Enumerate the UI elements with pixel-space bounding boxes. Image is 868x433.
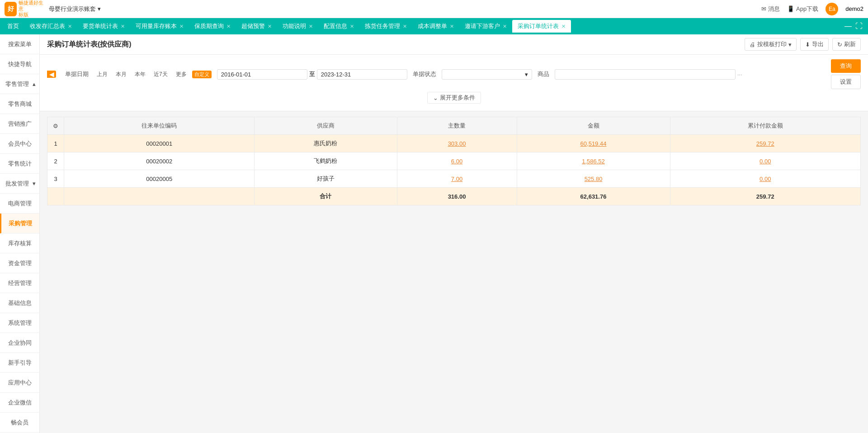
sidebar-item-marketing[interactable]: 营销推广 bbox=[0, 114, 39, 134]
sidebar-item-retail-stats[interactable]: 零售统计 bbox=[0, 154, 39, 174]
close-icon[interactable]: ✕ bbox=[503, 24, 507, 29]
close-icon[interactable]: ✕ bbox=[68, 24, 72, 29]
status-select[interactable]: ▾ bbox=[442, 69, 532, 80]
tab-chengben[interactable]: 成本调整单 ✕ bbox=[412, 20, 459, 33]
avatar[interactable]: Ea bbox=[826, 3, 838, 15]
date-btn-last-month[interactable]: 上月 bbox=[94, 70, 110, 79]
sidebar-item-newguide[interactable]: 新手引导 bbox=[0, 353, 39, 373]
sidebar-item-ecommerce[interactable]: 电商管理 bbox=[0, 194, 39, 214]
date-btn-this-month[interactable]: 本月 bbox=[113, 70, 129, 79]
export-icon: ⬇ bbox=[805, 41, 810, 48]
message-button[interactable]: ✉ 消息 bbox=[761, 5, 780, 13]
settings-icon[interactable]: ⚙ bbox=[53, 123, 58, 129]
date-from-input[interactable] bbox=[217, 69, 307, 80]
chevron-down-icon: ▾ bbox=[788, 41, 792, 48]
table-footer-row: 合计 316.00 62,631.76 259.72 bbox=[47, 188, 861, 205]
expand-more-button[interactable]: ⌄ 展开更多条件 bbox=[427, 92, 481, 104]
tab-keyongliang[interactable]: 可用量库存账本 ✕ bbox=[130, 20, 189, 33]
close-icon[interactable]: ✕ bbox=[309, 24, 313, 29]
footer-amount: 62,631.76 bbox=[517, 188, 670, 205]
row-qty[interactable]: 6.00 bbox=[397, 152, 517, 170]
goods-input[interactable] bbox=[555, 69, 736, 80]
sidebar-item-wholesale[interactable]: 批发管理 ▾ bbox=[0, 174, 39, 194]
logo-area: 好 畅捷通好生意 标版 bbox=[5, 0, 44, 18]
row-qty[interactable]: 7.00 bbox=[397, 170, 517, 188]
date-to-input[interactable] bbox=[317, 69, 407, 80]
row-qty[interactable]: 303.00 bbox=[397, 135, 517, 152]
app-download-button[interactable]: 📱 App下载 bbox=[787, 5, 818, 13]
sidebar-item-retail-shop[interactable]: 零售商城 bbox=[0, 94, 39, 114]
sidebar-item-business[interactable]: 经营管理 bbox=[0, 273, 39, 293]
username-label: demo2 bbox=[845, 5, 863, 12]
tab-gongneng[interactable]: 功能说明 ✕ bbox=[277, 20, 318, 33]
maximize-icon[interactable]: ⛶ bbox=[855, 22, 863, 30]
close-icon[interactable]: ✕ bbox=[350, 24, 354, 29]
tab-chaochu[interactable]: 超储预警 ✕ bbox=[236, 20, 277, 33]
date-btn-this-year[interactable]: 本年 bbox=[132, 70, 148, 79]
sidebar-item-member[interactable]: 会员中心 bbox=[0, 134, 39, 154]
tab-yaohuo[interactable]: 要货单统计表 ✕ bbox=[77, 20, 130, 33]
logo-icon: 好 bbox=[5, 2, 17, 16]
sidebar-item-enterprise[interactable]: 企业协同 bbox=[0, 333, 39, 353]
filter-row-1: ◀ 单据日期 上月 本月 本年 近7天 更多 自定义 至 单据状态 bbox=[47, 59, 861, 89]
tab-peizhi[interactable]: 配置信息 ✕ bbox=[318, 20, 359, 33]
filter-toggle-icon[interactable]: ◀ bbox=[47, 71, 56, 78]
company-selector[interactable]: 母婴行业演示账套 ▾ bbox=[49, 5, 103, 13]
row-paid[interactable]: 0.00 bbox=[670, 152, 861, 170]
sidebar-item-inventory[interactable]: 库存核算 bbox=[0, 233, 39, 253]
close-icon[interactable]: ✕ bbox=[121, 24, 125, 29]
tab-jianhuo[interactable]: 拣货任务管理 ✕ bbox=[359, 20, 412, 33]
sidebar-item-system[interactable]: 系统管理 bbox=[0, 313, 39, 333]
tab-baozhi[interactable]: 保质期查询 ✕ bbox=[189, 20, 236, 33]
tab-yaoqing[interactable]: 邀请下游客户 ✕ bbox=[459, 20, 512, 33]
table-row: 1 00020001 惠氏奶粉 303.00 60,519.44 259.72 bbox=[47, 135, 861, 152]
refresh-button[interactable]: ↻ 刷新 bbox=[832, 38, 861, 51]
setting-button[interactable]: 设置 bbox=[831, 75, 861, 89]
th-supplier: 供应商 bbox=[255, 117, 397, 135]
sidebar-item-appcenter[interactable]: 应用中心 bbox=[0, 373, 39, 393]
close-icon[interactable]: ✕ bbox=[561, 24, 566, 29]
query-button[interactable]: 查询 bbox=[831, 59, 861, 73]
sidebar-item-finance[interactable]: 资金管理 bbox=[0, 253, 39, 273]
close-icon[interactable]: ✕ bbox=[226, 24, 231, 29]
export-button[interactable]: ⬇ 导出 bbox=[800, 38, 829, 51]
page-header: 采购订单统计表(按供应商) 🖨 按模板打印 ▾ ⬇ 导出 ↻ 刷新 bbox=[40, 34, 868, 55]
close-icon[interactable]: ✕ bbox=[403, 24, 407, 29]
sidebar-item-purchase[interactable]: 采购管理 bbox=[0, 214, 39, 233]
date-btn-7days[interactable]: 近7天 bbox=[151, 70, 170, 79]
nav-right-actions: — ⛶ bbox=[844, 22, 866, 30]
sidebar-item-member2[interactable]: 畅会员 bbox=[0, 413, 39, 433]
sidebar-item-wechat[interactable]: 企业微信 bbox=[0, 393, 39, 413]
row-paid[interactable]: 259.72 bbox=[670, 135, 861, 152]
close-icon[interactable]: ✕ bbox=[450, 24, 454, 29]
nav-tabs: 首页 收发存汇总表 ✕ 要货单统计表 ✕ 可用量库存账本 ✕ 保质期查询 ✕ 超… bbox=[0, 18, 868, 34]
th-settings[interactable]: ⚙ bbox=[47, 117, 64, 135]
sidebar-item-search[interactable]: 搜索菜单 bbox=[0, 34, 39, 54]
row-code: 00020005 bbox=[64, 170, 255, 188]
row-index: 1 bbox=[47, 135, 64, 152]
date-btn-more[interactable]: 更多 bbox=[173, 70, 189, 79]
table-container: ⚙ 往来单位编码 供应商 主数量 金额 累计付款金额 1 00020001 惠氏… bbox=[40, 111, 868, 433]
close-icon[interactable]: ✕ bbox=[268, 24, 272, 29]
sidebar-item-retail-mgmt[interactable]: 零售管理 ▴ bbox=[0, 74, 39, 94]
download-icon: 📱 bbox=[787, 5, 794, 12]
tab-home[interactable]: 首页 bbox=[2, 22, 24, 30]
date-label: 单据日期 bbox=[65, 70, 89, 78]
template-print-button[interactable]: 🖨 按模板打印 ▾ bbox=[745, 38, 797, 51]
sidebar-item-quicknav[interactable]: 快捷导航 bbox=[0, 54, 39, 74]
close-icon[interactable]: ✕ bbox=[179, 24, 184, 29]
row-amount[interactable]: 60,519.44 bbox=[517, 135, 670, 152]
page-title: 采购订单统计表(按供应商) bbox=[47, 40, 132, 49]
row-supplier: 惠氏奶粉 bbox=[255, 135, 397, 152]
row-index: 2 bbox=[47, 152, 64, 170]
tab-caigou-active[interactable]: 采购订单统计表 ✕ bbox=[512, 20, 571, 33]
row-amount[interactable]: 525.80 bbox=[517, 170, 670, 188]
row-index: 3 bbox=[47, 170, 64, 188]
row-paid[interactable]: 0.00 bbox=[670, 170, 861, 188]
minimize-icon[interactable]: — bbox=[844, 22, 852, 30]
custom-badge: 自定义 bbox=[192, 71, 212, 78]
tab-shoufacun[interactable]: 收发存汇总表 ✕ bbox=[24, 20, 77, 33]
more-icon[interactable]: ··· bbox=[737, 71, 742, 78]
sidebar-item-basic-info[interactable]: 基础信息 bbox=[0, 293, 39, 313]
row-amount[interactable]: 1,586.52 bbox=[517, 152, 670, 170]
